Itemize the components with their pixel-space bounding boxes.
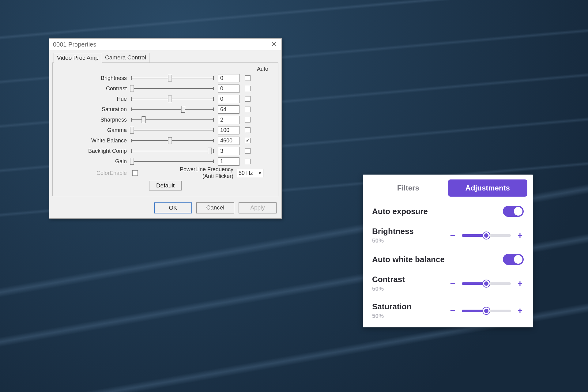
row-brightness: Brightness 50% − + bbox=[363, 222, 533, 250]
action-row: OK Cancel Apply bbox=[49, 199, 281, 218]
prop-auto-checkbox[interactable] bbox=[245, 127, 251, 133]
adjustments-panel: Filters Adjustments Auto exposure Bright… bbox=[363, 175, 533, 327]
card-tabs: Filters Adjustments bbox=[363, 175, 533, 202]
prop-slider[interactable] bbox=[131, 148, 214, 154]
brightness-plus-button[interactable]: + bbox=[516, 231, 524, 240]
prop-value-input[interactable] bbox=[218, 105, 239, 114]
auto-exposure-label: Auto exposure bbox=[372, 207, 430, 216]
tab-camera-control[interactable]: Camera Control bbox=[102, 53, 149, 62]
prop-slider[interactable] bbox=[131, 86, 214, 91]
prop-auto-checkbox[interactable] bbox=[245, 96, 251, 102]
tab-body: Auto BrightnessContrastHueSaturationShar… bbox=[52, 62, 278, 196]
dialog-title: 0001 Properties bbox=[53, 41, 96, 48]
prop-label: Sharpness bbox=[58, 117, 131, 123]
contrast-label: Contrast bbox=[372, 275, 430, 284]
prop-label: Backlight Comp bbox=[58, 148, 131, 154]
prop-slider[interactable] bbox=[131, 107, 214, 112]
row-contrast: Contrast 50% − + bbox=[363, 270, 533, 298]
auto-wb-label: Auto white balance bbox=[372, 255, 445, 264]
row-auto-wb: Auto white balance bbox=[363, 250, 533, 270]
default-button[interactable]: Default bbox=[149, 181, 182, 190]
dialog-titlebar[interactable]: 0001 Properties ✕ bbox=[49, 39, 281, 50]
prop-value-input[interactable] bbox=[218, 157, 239, 166]
close-icon[interactable]: ✕ bbox=[269, 40, 278, 48]
chevron-down-icon: ▼ bbox=[258, 171, 262, 175]
auto-header: Auto bbox=[58, 66, 273, 72]
brightness-label: Brightness bbox=[372, 227, 430, 236]
apply-button[interactable]: Apply bbox=[239, 202, 277, 213]
brightness-track[interactable] bbox=[462, 234, 511, 237]
colorenable-label: ColorEnable bbox=[58, 170, 131, 176]
powerline-value: 50 Hz bbox=[239, 170, 253, 176]
prop-auto-checkbox[interactable] bbox=[245, 148, 251, 154]
saturation-minus-button[interactable]: − bbox=[449, 306, 456, 316]
prop-label: Brightness bbox=[58, 75, 131, 81]
prop-label: Gamma bbox=[58, 127, 131, 134]
contrast-value: 50% bbox=[372, 285, 430, 292]
powerline-label-text: PowerLine Frequency bbox=[180, 166, 233, 172]
colorenable-checkbox[interactable] bbox=[132, 170, 138, 176]
auto-wb-toggle[interactable] bbox=[503, 254, 524, 265]
prop-value-input[interactable] bbox=[218, 85, 239, 93]
prop-label: Saturation bbox=[58, 106, 131, 113]
prop-auto-checkbox[interactable] bbox=[245, 75, 251, 81]
brightness-value: 50% bbox=[372, 237, 430, 244]
ok-button[interactable]: OK bbox=[154, 202, 192, 213]
tab-adjustments[interactable]: Adjustments bbox=[448, 179, 528, 197]
saturation-value: 50% bbox=[372, 313, 430, 319]
prop-value-input[interactable] bbox=[218, 95, 239, 103]
prop-row: Sharpness bbox=[58, 115, 273, 125]
prop-auto-checkbox[interactable] bbox=[245, 107, 251, 112]
saturation-plus-button[interactable]: + bbox=[516, 306, 524, 316]
prop-row: Saturation bbox=[58, 104, 273, 115]
contrast-slider: − + bbox=[449, 279, 524, 288]
prop-auto-checkbox[interactable] bbox=[245, 159, 251, 164]
prop-slider[interactable] bbox=[131, 138, 214, 143]
prop-slider[interactable] bbox=[131, 75, 214, 81]
dialog-tab-row: Video Proc Amp Camera Control bbox=[49, 50, 281, 62]
prop-value-input[interactable] bbox=[218, 74, 239, 82]
brightness-slider: − + bbox=[449, 231, 524, 240]
prop-slider[interactable] bbox=[131, 159, 214, 164]
cancel-button[interactable]: Cancel bbox=[196, 202, 234, 213]
prop-label: Hue bbox=[58, 96, 131, 102]
prop-label: Gain bbox=[58, 158, 131, 165]
tab-video-proc-amp[interactable]: Video Proc Amp bbox=[54, 53, 102, 63]
saturation-label: Saturation bbox=[372, 302, 430, 311]
prop-row: White Balance✔ bbox=[58, 135, 273, 146]
prop-label: White Balance bbox=[58, 138, 131, 144]
prop-row: Brightness bbox=[58, 73, 273, 83]
powerline-label: PowerLine Frequency (Anti Flicker) bbox=[138, 166, 237, 179]
brightness-minus-button[interactable]: − bbox=[449, 231, 456, 240]
prop-row: Backlight Comp bbox=[58, 146, 273, 156]
tab-filters[interactable]: Filters bbox=[368, 179, 448, 197]
prop-slider[interactable] bbox=[131, 127, 214, 133]
prop-row: Contrast bbox=[58, 83, 273, 94]
auto-exposure-toggle[interactable] bbox=[503, 206, 524, 217]
contrast-track[interactable] bbox=[462, 282, 511, 285]
powerline-dropdown[interactable]: 50 Hz ▼ bbox=[237, 169, 263, 177]
prop-label: Contrast bbox=[58, 85, 131, 92]
prop-slider[interactable] bbox=[131, 96, 214, 102]
prop-value-input[interactable] bbox=[218, 126, 239, 134]
prop-row: Hue bbox=[58, 94, 273, 104]
saturation-slider: − + bbox=[449, 306, 524, 316]
properties-dialog: 0001 Properties ✕ Video Proc Amp Camera … bbox=[49, 38, 282, 219]
row-saturation: Saturation 50% − + bbox=[363, 298, 533, 325]
prop-slider[interactable] bbox=[131, 117, 214, 123]
contrast-plus-button[interactable]: + bbox=[516, 279, 524, 288]
extra-row: ColorEnable PowerLine Frequency (Anti Fl… bbox=[58, 168, 273, 178]
powerline-sub-text: (Anti Flicker) bbox=[138, 173, 233, 180]
prop-auto-checkbox[interactable]: ✔ bbox=[245, 138, 251, 143]
prop-value-input[interactable] bbox=[218, 116, 239, 124]
prop-value-input[interactable] bbox=[218, 137, 239, 145]
contrast-minus-button[interactable]: − bbox=[449, 279, 456, 288]
prop-row: Gain bbox=[58, 156, 273, 167]
saturation-track[interactable] bbox=[462, 310, 511, 312]
prop-value-input[interactable] bbox=[218, 147, 239, 155]
row-auto-exposure: Auto exposure bbox=[363, 202, 533, 222]
prop-auto-checkbox[interactable] bbox=[245, 86, 251, 91]
prop-row: Gamma bbox=[58, 125, 273, 135]
prop-auto-checkbox[interactable] bbox=[245, 117, 251, 123]
